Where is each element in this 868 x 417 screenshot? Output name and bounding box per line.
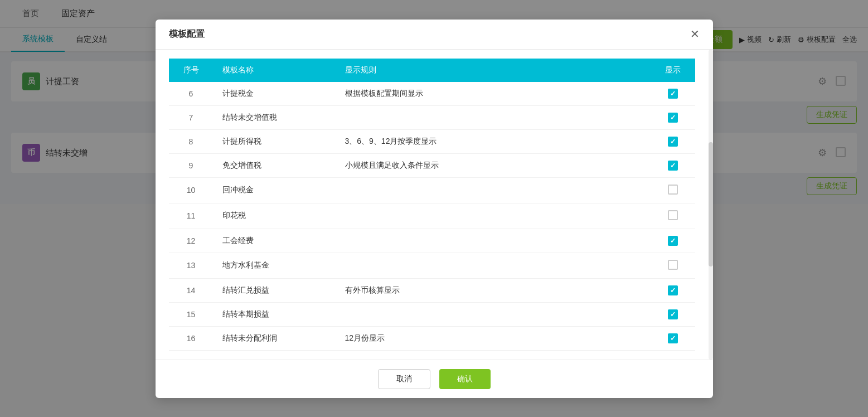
cell-index: 10: [169, 177, 214, 203]
table-row: 15结转本期损益: [169, 302, 695, 326]
cell-index: 16: [169, 326, 214, 350]
table-body: 6计提税金根据模板配置期间显示7结转未交增值税8计提所得税3、6、9、12月按季…: [169, 82, 695, 351]
table-row: 11印花税: [169, 203, 695, 229]
cell-rule: [336, 229, 651, 253]
table-row: 6计提税金根据模板配置期间显示: [169, 82, 695, 106]
table-header: 序号 模板名称 显示规则 显示: [169, 59, 695, 82]
cell-rule: [336, 302, 651, 326]
cell-name: 结转本期损益: [214, 302, 336, 326]
dialog-header: 模板配置 ✕: [156, 20, 713, 50]
cell-rule: 小规模且满足收入条件显示: [336, 153, 651, 177]
cell-index: 9: [169, 153, 214, 177]
cell-rule: [336, 203, 651, 229]
cell-index: 14: [169, 278, 214, 302]
cell-rule: 有外币核算显示: [336, 278, 651, 302]
row-checkbox[interactable]: [668, 89, 678, 99]
cell-name: 印花税: [214, 203, 336, 229]
config-table: 序号 模板名称 显示规则 显示 6计提税金根据模板配置期间显示7结转未交增值税8…: [169, 59, 695, 351]
dialog-footer: 取消 确认: [156, 360, 713, 398]
cell-show: [651, 229, 695, 253]
row-checkbox[interactable]: [668, 236, 678, 246]
row-checkbox[interactable]: [668, 185, 678, 195]
cell-index: 6: [169, 82, 214, 106]
row-checkbox[interactable]: [668, 285, 678, 295]
cell-rule: 根据模板配置期间显示: [336, 82, 651, 106]
cell-show: [651, 326, 695, 350]
table-row: 13地方水利基金: [169, 253, 695, 278]
template-config-dialog: 模板配置 ✕ 序号 模板名称 显示规则 显示 6计提税金根据模板配置期间显示7结…: [156, 20, 713, 398]
cell-index: 15: [169, 302, 214, 326]
cell-name: 结转未分配利润: [214, 326, 336, 350]
cell-show: [651, 177, 695, 203]
cell-rule: [336, 177, 651, 203]
cell-name: 结转未交增值税: [214, 105, 336, 129]
row-checkbox[interactable]: [668, 113, 678, 123]
cell-show: [651, 302, 695, 326]
cell-rule: 3、6、9、12月按季度显示: [336, 129, 651, 153]
cell-rule: 12月份显示: [336, 326, 651, 350]
cell-rule: [336, 253, 651, 278]
cell-name: 回冲税金: [214, 177, 336, 203]
cell-index: 8: [169, 129, 214, 153]
cell-name: 工会经费: [214, 229, 336, 253]
cell-show: [651, 82, 695, 106]
cancel-button[interactable]: 取消: [378, 369, 430, 389]
row-checkbox[interactable]: [668, 333, 678, 343]
cell-show: [651, 203, 695, 229]
table-row: 8计提所得税3、6、9、12月按季度显示: [169, 129, 695, 153]
dialog-title: 模板配置: [169, 28, 205, 40]
row-checkbox[interactable]: [668, 309, 678, 319]
cell-index: 13: [169, 253, 214, 278]
table-row: 16结转未分配利润12月份显示: [169, 326, 695, 350]
col-rule: 显示规则: [336, 59, 651, 82]
table-row: 7结转未交增值税: [169, 105, 695, 129]
scrollbar-track: [709, 50, 713, 360]
modal-overlay: 模板配置 ✕ 序号 模板名称 显示规则 显示 6计提税金根据模板配置期间显示7结…: [0, 0, 868, 417]
cell-index: 12: [169, 229, 214, 253]
cell-index: 11: [169, 203, 214, 229]
row-checkbox[interactable]: [668, 161, 678, 171]
cell-name: 地方水利基金: [214, 253, 336, 278]
cell-show: [651, 253, 695, 278]
table-row: 14结转汇兑损益有外币核算显示: [169, 278, 695, 302]
table-row: 12工会经费: [169, 229, 695, 253]
scrollbar-thumb[interactable]: [709, 142, 713, 266]
table-row: 10回冲税金: [169, 177, 695, 203]
cell-show: [651, 129, 695, 153]
col-name: 模板名称: [214, 59, 336, 82]
col-show: 显示: [651, 59, 695, 82]
cell-show: [651, 153, 695, 177]
cell-index: 7: [169, 105, 214, 129]
cell-name: 免交增值税: [214, 153, 336, 177]
col-index: 序号: [169, 59, 214, 82]
cell-name: 结转汇兑损益: [214, 278, 336, 302]
dialog-body: 序号 模板名称 显示规则 显示 6计提税金根据模板配置期间显示7结转未交增值税8…: [156, 50, 713, 360]
cell-rule: [336, 105, 651, 129]
confirm-button[interactable]: 确认: [439, 369, 491, 389]
cell-name: 计提所得税: [214, 129, 336, 153]
row-checkbox[interactable]: [668, 260, 678, 270]
cell-show: [651, 105, 695, 129]
cell-show: [651, 278, 695, 302]
table-row: 9免交增值税小规模且满足收入条件显示: [169, 153, 695, 177]
close-button[interactable]: ✕: [690, 28, 700, 40]
row-checkbox[interactable]: [668, 210, 678, 220]
row-checkbox[interactable]: [668, 137, 678, 147]
cell-name: 计提税金: [214, 82, 336, 106]
